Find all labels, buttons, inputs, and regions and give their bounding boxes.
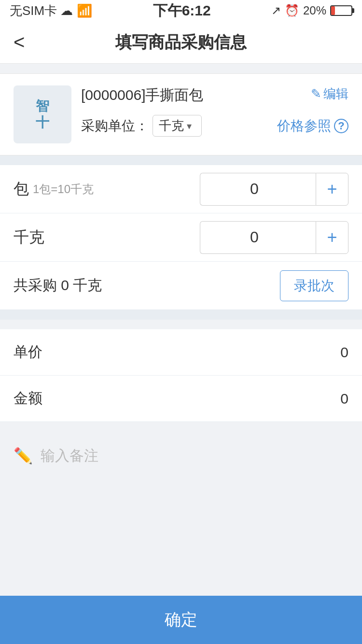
price-ref-label: 价格参照 bbox=[277, 117, 331, 135]
edit-icon: ✎ bbox=[311, 86, 321, 101]
status-left: 无SIM卡 ☁ 📶 bbox=[10, 2, 92, 19]
bag-input-row: 包 1包=10千克 + bbox=[0, 165, 362, 213]
kg-input-row: 千克 + bbox=[0, 213, 362, 262]
product-image: 智 十 bbox=[14, 85, 71, 143]
status-time: 下午6:12 bbox=[153, 1, 211, 21]
input-section: 包 1包=10千克 + 千克 + bbox=[0, 165, 362, 262]
unit-label: 采购单位： bbox=[81, 117, 149, 135]
kg-label: 千克 bbox=[14, 227, 44, 248]
unit-value: 千克 bbox=[159, 117, 184, 134]
unit-select-arrow-icon: ▾ bbox=[187, 120, 192, 132]
kg-quantity-input[interactable] bbox=[200, 221, 316, 254]
amount-label: 金额 bbox=[14, 389, 42, 408]
section-divider-2 bbox=[0, 310, 362, 320]
sim-label: 无SIM卡 ☁ bbox=[10, 2, 73, 19]
kg-plus-icon: + bbox=[327, 227, 337, 248]
unit-price-row: 单价 0 bbox=[0, 329, 362, 376]
price-ref-button[interactable]: 价格参照 ? bbox=[277, 117, 348, 135]
product-unit-row: 采购单位： 千克 ▾ 价格参照 ? bbox=[81, 115, 348, 137]
remarks-placeholder: 输入备注 bbox=[41, 446, 98, 466]
product-info: [0000006]手撕面包 ✎ 编辑 采购单位： 千克 ▾ 价格参照 ? bbox=[81, 85, 348, 137]
section-divider-1 bbox=[0, 155, 362, 165]
product-header: [0000006]手撕面包 ✎ 编辑 bbox=[81, 85, 348, 105]
confirm-button[interactable]: 确定 bbox=[0, 596, 362, 644]
unit-select[interactable]: 千克 ▾ bbox=[153, 115, 202, 137]
nav-bar: < 填写商品采购信息 bbox=[0, 21, 362, 64]
product-logo: 智 十 bbox=[36, 98, 49, 130]
price-section: 单价 0 金额 0 bbox=[0, 329, 362, 422]
amount-row: 金额 0 bbox=[0, 376, 362, 422]
content-fill bbox=[0, 480, 362, 615]
batch-button[interactable]: 录批次 bbox=[280, 270, 348, 301]
edit-button[interactable]: ✎ 编辑 bbox=[311, 85, 348, 102]
status-bar: 无SIM卡 ☁ 📶 下午6:12 ↗ ⏰ 20% bbox=[0, 0, 362, 21]
wifi-icon: 📶 bbox=[77, 3, 92, 18]
page-title: 填写商品采购信息 bbox=[115, 31, 247, 54]
battery-icon bbox=[330, 5, 352, 16]
remarks-section[interactable]: ✏️ 输入备注 bbox=[0, 432, 362, 480]
summary-text: 共采购 0 千克 bbox=[14, 276, 102, 295]
back-button[interactable]: < bbox=[14, 31, 25, 53]
bag-plus-icon: + bbox=[327, 179, 337, 199]
confirm-label: 确定 bbox=[165, 609, 197, 631]
product-card: 智 十 [0000006]手撕面包 ✎ 编辑 采购单位： 千克 ▾ 价格参照 ? bbox=[0, 73, 362, 155]
unit-price-value: 0 bbox=[340, 344, 348, 361]
alarm-icon: ⏰ bbox=[285, 4, 299, 17]
bag-label: 包 bbox=[14, 179, 29, 200]
bag-plus-button[interactable]: + bbox=[316, 173, 348, 206]
kg-input-right: + bbox=[200, 221, 348, 254]
bag-quantity-input[interactable] bbox=[200, 173, 316, 206]
kg-plus-button[interactable]: + bbox=[316, 221, 348, 254]
location-icon: ↗ bbox=[271, 4, 281, 17]
price-ref-help-icon: ? bbox=[334, 119, 348, 133]
bag-input-right: + bbox=[200, 173, 348, 206]
pencil-icon: ✏️ bbox=[14, 447, 33, 465]
unit-price-label: 单价 bbox=[14, 342, 42, 362]
edit-label: 编辑 bbox=[323, 85, 348, 102]
battery-percent: 20% bbox=[303, 4, 326, 17]
summary-row: 共采购 0 千克 录批次 bbox=[0, 262, 362, 310]
bag-sublabel: 1包=10千克 bbox=[33, 182, 94, 197]
product-name: [0000006]手撕面包 bbox=[81, 85, 311, 105]
amount-value: 0 bbox=[340, 391, 348, 407]
status-right: ↗ ⏰ 20% bbox=[271, 4, 352, 17]
